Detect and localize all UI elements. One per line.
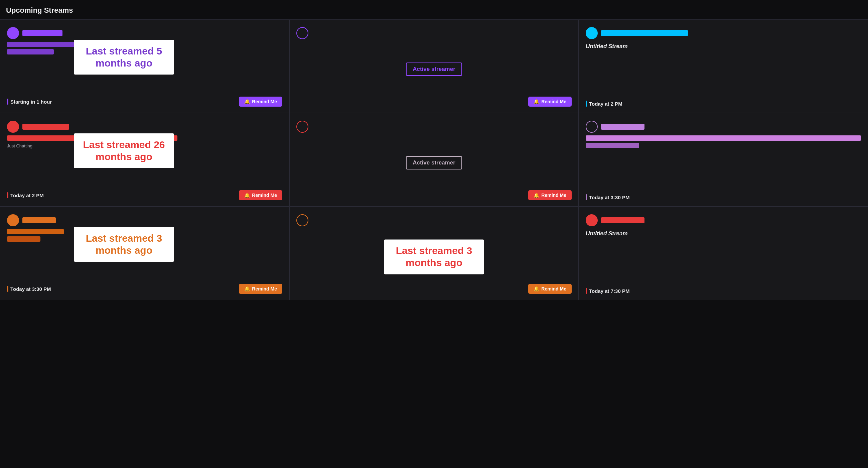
stream-card-2: Active streamer 🔔 Remind Me [289, 20, 579, 113]
name-bar [601, 217, 645, 223]
time-label: Starting in 1 hour [7, 98, 52, 105]
stream-card-3: Untitled Stream Today at 2 PM [579, 20, 868, 113]
time-bar [586, 194, 587, 200]
card-bottom: 🔔 Remind Me [296, 190, 572, 200]
avatar [586, 214, 598, 226]
name-bar [601, 30, 688, 36]
page-title: Upcoming Streams [0, 6, 868, 20]
bars-group [7, 42, 282, 55]
streamer-row [296, 214, 572, 226]
remind-label: Remind Me [541, 286, 566, 292]
card-top: Just Chatting [7, 121, 282, 150]
bell-icon: 🔔 [244, 99, 250, 104]
stream-card-5: Active streamer 🔔 Remind Me [289, 113, 579, 207]
avatar [586, 121, 598, 133]
last-streamed-center-badge: Last streamed 3 months ago [384, 239, 484, 274]
time-text: Today at 2 PM [589, 101, 622, 107]
bar-2 [7, 49, 54, 55]
bar-1 [586, 136, 861, 141]
time-text: Today at 2 PM [10, 193, 44, 198]
streamer-row [586, 121, 861, 133]
card-bottom: 🔔 Remind Me [296, 284, 572, 294]
streamer-row [296, 27, 572, 39]
stream-card-6: Today at 3:30 PM [579, 113, 868, 207]
remind-button[interactable]: 🔔 Remind Me [239, 284, 282, 294]
remind-button[interactable]: 🔔 Remind Me [239, 97, 282, 107]
card-top [7, 214, 282, 244]
card-top [296, 27, 572, 42]
time-text: Starting in 1 hour [10, 99, 52, 105]
card-bottom: Today at 7:30 PM [586, 288, 861, 294]
remind-label: Remind Me [252, 99, 277, 104]
card-top [586, 121, 861, 151]
card-bottom: Today at 3:30 PM 🔔 Remind Me [7, 284, 282, 294]
streams-grid: Last streamed 5 months ago Starting in 1… [0, 20, 868, 300]
bell-icon: 🔔 [533, 99, 539, 104]
bell-icon: 🔔 [533, 193, 539, 198]
active-badge: Active streamer [406, 156, 462, 170]
bell-icon: 🔔 [533, 286, 539, 292]
tag-label: Just Chatting [7, 143, 282, 148]
remind-label: Remind Me [252, 286, 277, 292]
stream-card-9: Untitled Stream Today at 7:30 PM [579, 207, 868, 300]
bar-2 [586, 143, 639, 148]
bars-group [7, 229, 282, 242]
streamer-row [586, 27, 861, 39]
card-bottom: Starting in 1 hour 🔔 Remind Me [7, 97, 282, 107]
card-bottom: 🔔 Remind Me [296, 97, 572, 107]
time-label: Today at 2 PM [7, 192, 44, 198]
card-bottom: Today at 3:30 PM [586, 194, 861, 200]
name-bar [601, 124, 645, 130]
stream-card-7: Last streamed 3 months ago Today at 3:30… [0, 207, 289, 300]
time-label: Today at 7:30 PM [586, 288, 629, 294]
card-top [296, 121, 572, 136]
time-bar [7, 286, 8, 292]
untitled-stream: Untitled Stream [586, 43, 861, 50]
bar-1 [7, 136, 178, 141]
bar-1 [7, 42, 77, 47]
bell-icon: 🔔 [244, 193, 250, 198]
name-bar [22, 217, 56, 223]
time-text: Today at 3:30 PM [10, 286, 51, 292]
bars-group [7, 136, 282, 141]
time-label: Today at 2 PM [586, 100, 622, 107]
name-bar [22, 124, 69, 130]
card-top [296, 214, 572, 229]
remind-label: Remind Me [252, 193, 277, 198]
remind-button[interactable]: 🔔 Remind Me [528, 190, 572, 200]
avatar [296, 27, 308, 39]
stream-card-1: Last streamed 5 months ago Starting in 1… [0, 20, 289, 113]
avatar [7, 214, 19, 226]
time-text: Today at 7:30 PM [589, 288, 629, 294]
card-top: Untitled Stream [586, 27, 861, 50]
card-top [7, 27, 282, 57]
streamer-row [296, 121, 572, 133]
streamer-row [7, 214, 282, 226]
time-bar [586, 288, 587, 294]
remind-label: Remind Me [541, 193, 566, 198]
time-bar [586, 100, 587, 107]
bell-icon: 🔔 [244, 286, 250, 292]
remind-button[interactable]: 🔔 Remind Me [239, 190, 282, 200]
streamer-row [7, 27, 282, 39]
avatar [296, 121, 308, 133]
avatar [296, 214, 308, 226]
card-top: Untitled Stream [586, 214, 861, 237]
stream-card-8: Last streamed 3 months ago 🔔 Remind Me [289, 207, 579, 300]
avatar [7, 121, 19, 133]
remind-button[interactable]: 🔔 Remind Me [528, 284, 572, 294]
time-text: Today at 3:30 PM [589, 195, 629, 200]
avatar [586, 27, 598, 39]
active-badge: Active streamer [406, 62, 462, 76]
streamer-row [7, 121, 282, 133]
page: Upcoming Streams Last streamed 5 months … [0, 0, 868, 300]
time-bar [7, 192, 8, 198]
name-bar [22, 30, 62, 36]
remind-label: Remind Me [541, 99, 566, 104]
stream-card-4: Just ChattingLast streamed 26 months ago… [0, 113, 289, 207]
avatar [7, 27, 19, 39]
remind-button[interactable]: 🔔 Remind Me [528, 97, 572, 107]
card-bottom: Today at 2 PM [586, 100, 861, 107]
time-label: Today at 3:30 PM [586, 194, 629, 200]
time-bar [7, 98, 8, 105]
